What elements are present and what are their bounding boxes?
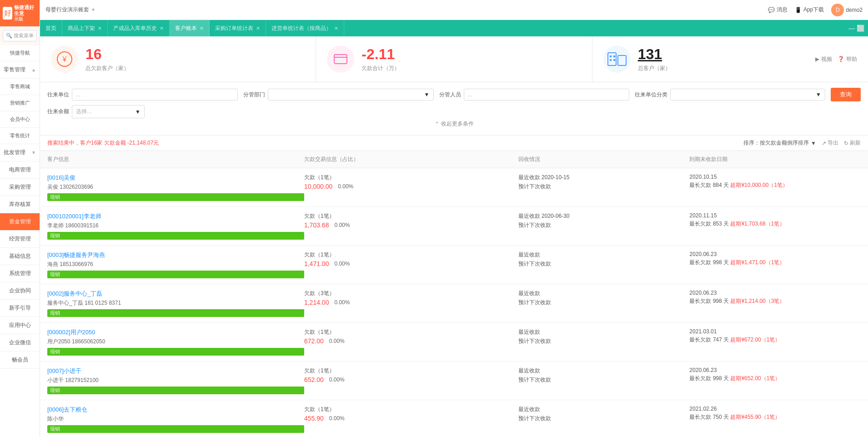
customer-name-6[interactable]: [0006]去下粮仓	[47, 406, 304, 414]
sidebar-item-wechat[interactable]: 企业微信	[0, 334, 40, 352]
debt-info-2: 欠款（1笔） 1,471.00 0.00%	[304, 251, 518, 267]
sidebar-item-retail[interactable]: 零售管理 ▲	[0, 61, 40, 79]
table-row: [0003]畅捷服务尹海燕 海燕 18513066976 现销 欠款（1笔） 1…	[40, 246, 868, 284]
maximize-icon[interactable]: ⬜	[857, 25, 864, 32]
sidebar-item-appcenter[interactable]: 应用中心	[0, 317, 40, 334]
debt-percent-6: 0.00%	[329, 415, 345, 422]
overdue-link-1[interactable]: 超期¥1,703.68（1笔）	[730, 221, 785, 227]
sidebar-item-enterprise[interactable]: 企业协同	[0, 282, 40, 300]
sidebar-item-finance[interactable]: 资金管理	[0, 213, 40, 231]
debt-count-5: 欠款（1笔）	[304, 367, 518, 375]
sidebar-item-basic[interactable]: 基础信息	[0, 248, 40, 265]
company-selector[interactable]: 母婴行业演示账套 ▼	[45, 6, 95, 14]
filter-department-select[interactable]: ▼	[268, 89, 434, 100]
overdue-info-5: 2020.06.23 最长欠款 998 天 超期¥652.00（1笔）	[689, 367, 861, 382]
customer-tag-1: 现销	[47, 232, 304, 240]
debt-amount-0: 10,000.00	[304, 183, 332, 190]
sidebar-item-newbie[interactable]: 新手引导	[0, 300, 40, 317]
filter-category-select[interactable]: ▼	[670, 89, 825, 100]
overdue-link-0[interactable]: 超期¥10,000.00（1笔）	[730, 182, 788, 188]
filter-category: 往来单位分类 ▼	[635, 89, 825, 100]
message-button[interactable]: 💬 消息	[768, 6, 788, 14]
stat-info-total-customers: 131 总客户（家）	[638, 46, 671, 72]
tab-produce[interactable]: 产成品入库单历史 ✕	[108, 20, 170, 36]
export-button[interactable]: ↗ 导出	[822, 139, 838, 147]
stat-value-total-customers: 131	[638, 46, 671, 63]
tab-close-purchase-stats[interactable]: ✕	[334, 25, 338, 31]
sidebar-item-membership[interactable]: 会员中心	[0, 111, 40, 128]
filter-person-input[interactable]: ...	[464, 89, 630, 100]
view-video-button[interactable]: ▶ 视频	[815, 55, 832, 63]
overdue-link-6[interactable]: 超期¥455.90（1笔）	[730, 414, 780, 420]
table-row: [0016]吴俊 吴俊 13026203696 现销 欠款（1笔） 10,000…	[40, 168, 868, 207]
customer-info-5: [0007]小进干 小进干 18279152100 现销	[47, 367, 304, 394]
sidebar-item-vip[interactable]: 畅会员	[0, 352, 40, 369]
sidebar-item-retail-mall[interactable]: 零售商城	[0, 79, 40, 95]
sidebar-item-retail-stats[interactable]: 零售统计	[0, 128, 40, 144]
customer-tag-2: 现销	[47, 271, 304, 278]
debt-count-0: 欠款（1笔）	[304, 174, 518, 181]
sidebar-item-operation[interactable]: 经营管理	[0, 231, 40, 248]
customer-name-1[interactable]: [0001020001]李老师	[47, 212, 304, 221]
tab-customer-account[interactable]: 客户账本 ✕	[170, 20, 210, 36]
customer-info-0: [0016]吴俊 吴俊 13026203696 现销	[47, 174, 304, 201]
debt-percent-5: 0.00%	[329, 377, 345, 383]
header-right: 💬 消息 📱 App下载 D demo2	[768, 4, 863, 16]
debt-percent-4: 0.00%	[329, 338, 345, 344]
customer-name-5[interactable]: [0007]小进干	[47, 367, 304, 375]
tab-products[interactable]: 商品上下架 ✕	[62, 20, 108, 36]
stat-info-debtors: 16 总欠款客户（家）	[85, 46, 129, 72]
overdue-link-3[interactable]: 超期¥1,214.00（3笔）	[730, 298, 785, 304]
search-button[interactable]: 查询	[831, 88, 861, 101]
minimize-icon[interactable]: —	[848, 25, 855, 32]
tab-close-customer[interactable]: ✕	[200, 25, 204, 31]
refresh-button[interactable]: ↻ 刷新	[844, 139, 861, 147]
collapse-filters-button[interactable]: ⌃ 收起更多条件	[47, 118, 861, 130]
tab-bar: 首页 商品上下架 ✕ 产成品入库单历史 ✕ 客户账本 ✕ 采购订单统计表 ✕ 进…	[40, 20, 868, 36]
search-menu-item[interactable]: 🔍 搜索菜单	[0, 26, 40, 45]
chevron-down-icon: ▲	[31, 67, 36, 72]
tab-close-purchase[interactable]: ✕	[256, 25, 260, 31]
tab-close-produce[interactable]: ✕	[160, 25, 164, 31]
customer-name-2[interactable]: [0003]畅捷服务尹海燕	[47, 251, 304, 259]
svg-rect-9	[613, 59, 615, 61]
stat-info-total-debt: -2.11 欠款合计（万）	[361, 46, 400, 72]
overdue-link-2[interactable]: 超期¥1,471.00（1笔）	[730, 259, 785, 266]
tab-purchase-stats[interactable]: 进货单统计表（按商品） ✕	[266, 20, 344, 36]
sidebar-item-system[interactable]: 系统管理	[0, 265, 40, 282]
tab-close-products[interactable]: ✕	[98, 25, 102, 31]
tab-home[interactable]: 首页	[40, 20, 62, 36]
sidebar-item-batch[interactable]: 批发管理 ▼	[0, 144, 40, 161]
sidebar-item-inventory[interactable]: 库存核算	[0, 196, 40, 213]
table-row: [000002]用户2050 用户2050 18665062050 现销 欠款（…	[40, 323, 868, 362]
customer-name-4[interactable]: [000002]用户2050	[47, 328, 304, 337]
tab-actions: — ⬜	[845, 25, 868, 32]
overdue-info-3: 2020.06.23 最长欠款 998 天 超期¥1,214.00（3笔）	[689, 290, 861, 305]
sidebar-item-quicknav[interactable]: 快捷导航	[0, 45, 40, 61]
app-download-button[interactable]: 📱 App下载	[795, 6, 824, 14]
svg-rect-5	[618, 55, 626, 65]
sidebar-item-marketing[interactable]: 营销推广	[0, 95, 40, 111]
overdue-link-5[interactable]: 超期¥652.00（1笔）	[730, 375, 780, 382]
sidebar-item-ecommerce[interactable]: 电商管理	[0, 161, 40, 179]
col-customer-info: 客户信息	[47, 156, 304, 163]
user-profile[interactable]: D demo2	[831, 4, 863, 16]
overdue-link-4[interactable]: 超期¥672.00（1笔）	[730, 337, 780, 343]
header-left: 母婴行业演示账套 ▼	[45, 6, 95, 14]
customer-info-2: [0003]畅捷服务尹海燕 海燕 18513066976 现销	[47, 251, 304, 278]
stat-card-actions: ▶ 视频 ❓ 帮助	[815, 55, 857, 63]
sort-chevron-icon: ▼	[811, 140, 816, 146]
filter-balance-select[interactable]: 选择... ▼	[72, 105, 145, 118]
tab-purchase-order[interactable]: 采购订单统计表 ✕	[210, 20, 266, 36]
sort-selector[interactable]: 排序：按欠款金额倒序排序 ▼	[743, 139, 816, 147]
customer-name-0[interactable]: [0016]吴俊	[47, 174, 304, 182]
main-area: 母婴行业演示账套 ▼ 💬 消息 📱 App下载 D demo2 首页 商品上下架	[40, 0, 868, 437]
filter-unit-input[interactable]: ...	[72, 89, 238, 100]
chevron-down-icon2: ▼	[31, 150, 36, 155]
customer-detail-2: 海燕 18513066976	[47, 261, 304, 268]
table-row: [0006]去下粮仓 陈小华 现销 欠款（1笔） 455.90 0.00% 最近…	[40, 400, 868, 437]
help-button[interactable]: ❓ 帮助	[838, 55, 857, 63]
sidebar-item-purchase[interactable]: 采购管理	[0, 179, 40, 196]
customer-name-3[interactable]: [0002]服务中心_丁磊	[47, 290, 304, 298]
export-icon: ↗	[822, 140, 826, 146]
